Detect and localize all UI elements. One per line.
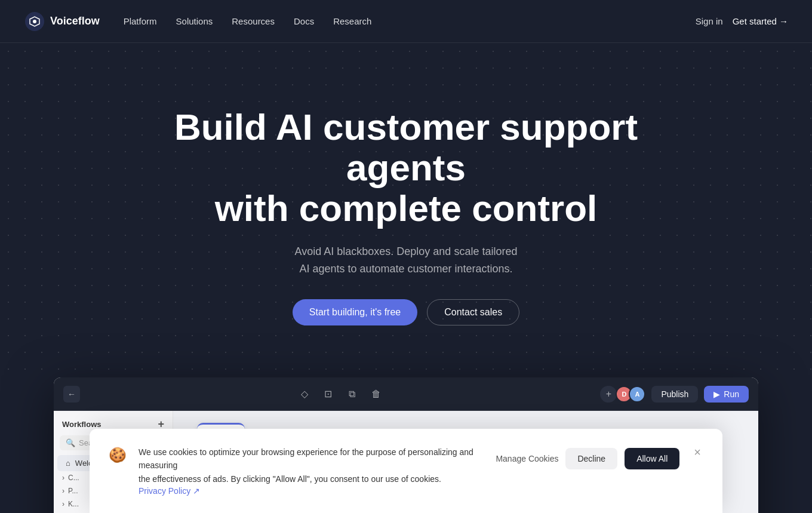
- nav-actions: Sign in Get started →: [696, 16, 788, 26]
- add-collaborator-button[interactable]: +: [600, 386, 617, 403]
- logo[interactable]: Voiceflow: [24, 11, 100, 32]
- cookie-close-button[interactable]: ×: [691, 446, 703, 459]
- hero-subtitle: Avoid AI blackboxes. Deploy and scale ta…: [295, 243, 518, 278]
- nav-link-resources[interactable]: Resources: [232, 14, 275, 29]
- toolbar-icon-delete[interactable]: 🗑: [367, 385, 386, 404]
- toolbar-icon-diamond[interactable]: ◇: [295, 385, 314, 404]
- svg-point-1: [33, 20, 36, 23]
- navbar: Voiceflow Platform Solutions Resources D…: [0, 0, 812, 43]
- hero-cta-buttons: Start building, it's free Contact sales: [293, 299, 519, 325]
- chevron-right-icon-p: ›: [62, 487, 64, 495]
- nav-link-solutions[interactable]: Solutions: [176, 14, 213, 29]
- app-topbar-right: + D A Publish ▶ Run: [600, 386, 749, 403]
- manage-cookies-link[interactable]: Manage Cookies: [496, 454, 558, 463]
- nav-link-research[interactable]: Research: [333, 14, 371, 29]
- cookie-icon: 🍪: [109, 447, 127, 463]
- search-icon: 🔍: [66, 438, 75, 447]
- publish-button[interactable]: Publish: [651, 386, 698, 403]
- app-back-button[interactable]: ←: [63, 386, 80, 403]
- cookie-banner: 🍪 We use cookies to optimize your browsi…: [90, 429, 722, 513]
- run-play-icon: ▶: [713, 389, 720, 399]
- contact-sales-button[interactable]: Contact sales: [427, 299, 519, 325]
- signin-link[interactable]: Sign in: [696, 16, 723, 26]
- cookie-text: We use cookies to optimize your browsing…: [139, 446, 484, 486]
- start-building-button[interactable]: Start building, it's free: [293, 299, 417, 325]
- run-button[interactable]: ▶ Run: [704, 386, 749, 403]
- app-toolbar: ◇ ⊡ ⧉ 🗑: [87, 385, 593, 404]
- chevron-right-icon-k: ›: [62, 500, 64, 508]
- hero-title: Build AI customer support agents with co…: [137, 107, 675, 229]
- chevron-right-icon-c: ›: [62, 474, 64, 482]
- avatar-a: A: [629, 386, 645, 403]
- allow-all-button[interactable]: Allow All: [625, 448, 679, 469]
- app-avatars: + D A: [600, 386, 645, 403]
- decline-button[interactable]: Decline: [565, 448, 617, 469]
- home-icon: ⌂: [66, 459, 70, 468]
- cookie-actions: Manage Cookies Decline Allow All: [496, 448, 679, 469]
- nav-link-platform[interactable]: Platform: [124, 14, 157, 29]
- nav-link-docs[interactable]: Docs: [294, 14, 314, 29]
- cookie-content: We use cookies to optimize your browsing…: [139, 446, 484, 496]
- nav-links: Platform Solutions Resources Docs Resear…: [124, 14, 696, 29]
- get-started-button[interactable]: Get started →: [733, 16, 788, 26]
- privacy-policy-link[interactable]: Privacy Policy ↗: [139, 486, 200, 496]
- app-topbar: ← ◇ ⊡ ⧉ 🗑 + D A Publish ▶ Run: [54, 377, 758, 411]
- toolbar-icon-copy[interactable]: ⧉: [343, 385, 362, 404]
- logo-text: Voiceflow: [50, 15, 100, 27]
- hero-section: Build AI customer support agents with co…: [0, 43, 812, 377]
- toolbar-icon-layout[interactable]: ⊡: [319, 385, 338, 404]
